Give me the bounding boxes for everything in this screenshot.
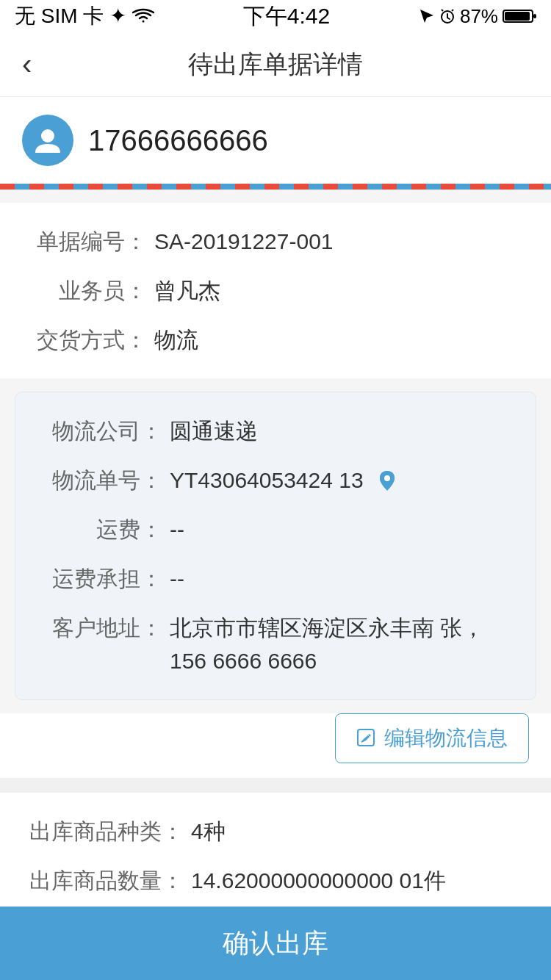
freight-value: --	[162, 513, 506, 546]
order-no-row: 单据编号： SA-20191227-001	[29, 225, 522, 258]
goods-quantity-row: 出库商品数量： 14.62000000000000 01件	[29, 864, 522, 897]
edit-logistics-button[interactable]: 编辑物流信息	[335, 713, 529, 763]
goods-type-row: 出库商品种类： 4种	[29, 815, 522, 848]
logistics-company-row: 物流公司： 圆通速递	[45, 414, 506, 447]
edit-icon	[356, 728, 377, 749]
wifi-icon	[132, 8, 154, 24]
customer-header: 17666666666	[0, 97, 551, 184]
logistics-tracking-row: 物流单号： YT43064053424 13	[45, 464, 506, 497]
logistics-company-label: 物流公司：	[45, 414, 162, 447]
salesman-label: 业务员：	[29, 274, 147, 307]
battery-icon	[503, 8, 536, 24]
freight-row: 运费： --	[45, 513, 506, 546]
status-time: 下午4:42	[243, 1, 330, 32]
map-pin-icon[interactable]	[374, 467, 400, 494]
salesman-value: 曾凡杰	[147, 274, 522, 307]
goods-quantity-value: 14.62000000000000 01件	[184, 864, 522, 897]
page-title: 待出库单据详情	[188, 48, 363, 82]
svg-point-10	[384, 475, 390, 481]
freight-bearer-value: --	[162, 562, 506, 595]
tracking-number: YT43064053424 13	[170, 464, 364, 497]
goods-section: 出库商品种类： 4种 出库商品数量： 14.62000000000000 01件	[0, 793, 551, 919]
delivery-label: 交货方式：	[29, 323, 147, 356]
confirm-button[interactable]: 确认出库	[0, 907, 551, 980]
address-label: 客户地址：	[45, 611, 162, 644]
sim-status: 无 SIM 卡 ✦	[15, 2, 126, 30]
logistics-tracking-label: 物流单号：	[45, 464, 162, 497]
goods-quantity-label: 出库商品数量：	[29, 864, 184, 897]
svg-line-4	[452, 10, 453, 11]
status-right: 87%	[419, 5, 536, 28]
edit-btn-container: 编辑物流信息	[0, 713, 551, 778]
logistics-section: 物流公司： 圆通速递 物流单号： YT43064053424 13 运费： --…	[15, 392, 536, 700]
avatar	[22, 115, 73, 166]
avatar-person-icon	[32, 125, 63, 156]
back-button[interactable]: ‹	[22, 48, 32, 81]
edit-btn-label: 编辑物流信息	[384, 724, 508, 752]
dashed-divider	[0, 184, 551, 190]
order-no-label: 单据编号：	[29, 225, 147, 258]
svg-line-2	[447, 18, 450, 19]
order-no-value: SA-20191227-001	[147, 225, 522, 258]
delivery-row: 交货方式： 物流	[29, 323, 522, 356]
svg-line-3	[442, 10, 443, 11]
gray-separator	[0, 778, 551, 793]
address-value: 北京市市辖区海淀区永丰南 张，156 6666 6666	[162, 611, 506, 677]
freight-bearer-label: 运费承担：	[45, 562, 162, 595]
salesman-row: 业务员： 曾凡杰	[29, 274, 522, 307]
customer-phone: 17666666666	[88, 124, 268, 157]
battery-text: 87%	[460, 5, 498, 28]
svg-rect-6	[505, 12, 530, 21]
status-bar: 无 SIM 卡 ✦ 下午4:42 87%	[0, 0, 551, 32]
address-row: 客户地址： 北京市市辖区海淀区永丰南 张，156 6666 6666	[45, 611, 506, 677]
confirm-btn-label: 确认出库	[223, 926, 328, 962]
svg-rect-7	[533, 14, 536, 18]
svg-point-8	[41, 129, 54, 143]
logistics-tracking-value: YT43064053424 13	[162, 464, 506, 497]
order-info-section: 单据编号： SA-20191227-001 业务员： 曾凡杰 交货方式： 物流	[0, 203, 551, 378]
freight-label: 运费：	[45, 513, 162, 546]
alarm-icon	[439, 8, 455, 24]
goods-type-label: 出库商品种类：	[29, 815, 184, 848]
delivery-value: 物流	[147, 323, 522, 356]
nav-bar: ‹ 待出库单据详情	[0, 32, 551, 97]
freight-bearer-row: 运费承担： --	[45, 562, 506, 595]
status-left: 无 SIM 卡 ✦	[15, 2, 154, 30]
location-arrow-icon	[419, 8, 435, 24]
logistics-company-value: 圆通速递	[162, 414, 506, 447]
goods-type-value: 4种	[184, 815, 522, 848]
